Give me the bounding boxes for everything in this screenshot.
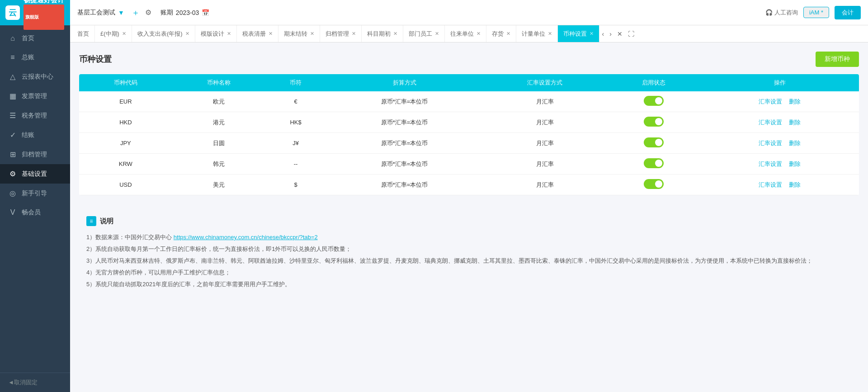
delete-link-3[interactable]: 删除 bbox=[789, 161, 801, 167]
tab-subjects-close-icon[interactable]: ✕ bbox=[393, 31, 397, 37]
table-row: KRW 韩元 -- 原币*汇率=本位币 月汇率 汇率设置 删除 bbox=[79, 154, 859, 175]
sidebar-item-home[interactable]: ⌂ 首页 bbox=[0, 29, 70, 48]
toggle-3[interactable] bbox=[644, 158, 664, 168]
delete-link-1[interactable]: 删除 bbox=[789, 119, 801, 126]
tab-unit-close-icon[interactable]: ✕ bbox=[548, 31, 552, 37]
cell-status-2[interactable] bbox=[607, 133, 700, 154]
tab-archive-close-icon[interactable]: ✕ bbox=[352, 31, 356, 37]
sidebar-item-basic[interactable]: ⚙ 基础设置 bbox=[0, 164, 70, 184]
sidebar-item-reports[interactable]: △ 云报表中心 bbox=[0, 67, 70, 86]
rate-setting-link-3[interactable]: 汇率设置 bbox=[759, 161, 782, 167]
tab-partner[interactable]: 往来单位 ✕ bbox=[445, 25, 486, 43]
sidebar-item-basic-label: 基础设置 bbox=[22, 170, 47, 178]
tab-expand-icon[interactable]: ⛶ bbox=[625, 30, 637, 38]
sidebar-item-archive[interactable]: ⊞ 归档管理 bbox=[0, 145, 70, 164]
help-button[interactable]: 🎧 人工咨询 bbox=[765, 9, 798, 17]
tab-home[interactable]: 首页 bbox=[72, 25, 95, 43]
tab-currency[interactable]: 币种设置 ✕ bbox=[558, 25, 599, 43]
tab-period[interactable]: £(中期) ✕ bbox=[95, 25, 132, 43]
sidebar-item-checkout[interactable]: ✓ 结账 bbox=[0, 125, 70, 145]
calendar-icon[interactable]: 📅 bbox=[202, 9, 209, 16]
new-currency-button[interactable]: 新增币种 bbox=[816, 52, 859, 67]
member-icon: V bbox=[8, 208, 17, 217]
cell-symbol-4: $ bbox=[265, 175, 326, 195]
notice-item: 2）系统自动获取每月第一个工作日的汇率标价，统一为直接标价法，即1外币可以兑换的… bbox=[86, 243, 852, 255]
tab-report-close-icon[interactable]: ✕ bbox=[185, 31, 189, 37]
rate-setting-link-0[interactable]: 汇率设置 bbox=[759, 98, 782, 105]
period-label: 账期 bbox=[160, 9, 173, 17]
sidebar-item-invoice[interactable]: ▦ 发票管理 bbox=[0, 86, 70, 106]
tab-archive[interactable]: 归档管理 ✕ bbox=[320, 25, 362, 43]
notice-section: ≡ 说明 1）数据来源：中国外汇交易中心 https://www.chinamo… bbox=[79, 209, 859, 298]
tab-currency-label: 币种设置 bbox=[563, 30, 587, 38]
tab-next-icon[interactable]: › bbox=[607, 30, 614, 38]
cell-status-0[interactable] bbox=[607, 91, 700, 112]
cell-status-1[interactable] bbox=[607, 112, 700, 133]
topbar: 基层工会测试 ▼ ＋ ⚙ 账期 2023-03 📅 🎧 人工咨询 iAM * 会… bbox=[70, 0, 868, 25]
role-button[interactable]: 会计 bbox=[835, 6, 861, 19]
toggle-2[interactable] bbox=[644, 137, 664, 147]
tab-department-close-icon[interactable]: ✕ bbox=[435, 31, 439, 37]
toggle-track-2 bbox=[644, 137, 664, 147]
cell-calc-0: 原币*汇率=本位币 bbox=[326, 91, 483, 112]
sidebar-item-ledger[interactable]: ≡ 总账 bbox=[0, 48, 70, 67]
tab-department[interactable]: 部门员工 ✕ bbox=[403, 25, 445, 43]
delete-link-4[interactable]: 删除 bbox=[789, 181, 801, 188]
cell-code-2: JPY bbox=[79, 133, 172, 154]
sidebar-item-tax[interactable]: ☰ 税务管理 bbox=[0, 106, 70, 125]
cell-code-1: HKD bbox=[79, 112, 172, 133]
settings-icon[interactable]: ⚙ bbox=[145, 8, 151, 17]
tab-unit[interactable]: 计量单位 ✕ bbox=[516, 25, 558, 43]
toggle-4[interactable] bbox=[644, 179, 664, 189]
tab-template[interactable]: 模版设计 ✕ bbox=[195, 25, 237, 43]
sidebar-item-guide[interactable]: ◎ 新手引导 bbox=[0, 184, 70, 203]
tab-tax[interactable]: 税表清册 ✕ bbox=[237, 25, 278, 43]
tab-period-end-close-icon[interactable]: ✕ bbox=[310, 31, 314, 37]
delete-link-0[interactable]: 删除 bbox=[789, 98, 801, 105]
invoice-icon: ▦ bbox=[8, 92, 17, 100]
toggle-1[interactable] bbox=[644, 117, 664, 127]
cell-rate-3: 月汇率 bbox=[482, 154, 607, 175]
notice-link[interactable]: https://www.chinamoney.com.cn/chinese/bk… bbox=[174, 234, 318, 241]
tab-subjects[interactable]: 科目期初 ✕ bbox=[362, 25, 403, 43]
delete-link-2[interactable]: 删除 bbox=[789, 140, 801, 146]
user-button[interactable]: iAM * bbox=[803, 7, 829, 18]
tab-currency-close-icon[interactable]: ✕ bbox=[590, 31, 594, 37]
cell-status-4[interactable] bbox=[607, 175, 700, 195]
tab-close-all-icon[interactable]: ✕ bbox=[614, 30, 625, 38]
sidebar-item-member[interactable]: V 畅会员 bbox=[0, 203, 70, 222]
tab-tax-close-icon[interactable]: ✕ bbox=[269, 31, 273, 37]
tab-tax-label: 税表清册 bbox=[242, 30, 266, 38]
period-value: 2023-03 bbox=[176, 9, 199, 16]
sidebar: 云 畅捷通好会计 旗舰版 ⌂ 首页 ≡ 总账 △ 云报表中心 ▦ 发票管理 ☰ … bbox=[0, 0, 70, 392]
tab-inventory[interactable]: 存货 ✕ bbox=[486, 25, 516, 43]
sidebar-item-member-label: 畅会员 bbox=[22, 208, 41, 217]
th-calc: 折算方式 bbox=[326, 74, 483, 91]
tab-period-close-icon[interactable]: ✕ bbox=[122, 31, 126, 37]
tab-partner-close-icon[interactable]: ✕ bbox=[476, 31, 481, 37]
tab-inventory-close-icon[interactable]: ✕ bbox=[506, 31, 510, 37]
add-project-icon[interactable]: ＋ bbox=[132, 7, 140, 18]
cell-status-3[interactable] bbox=[607, 154, 700, 175]
tab-inventory-label: 存货 bbox=[492, 30, 504, 38]
tab-period-end[interactable]: 期末结转 ✕ bbox=[278, 25, 320, 43]
notice-icon: ≡ bbox=[86, 216, 96, 226]
rate-setting-link-2[interactable]: 汇率设置 bbox=[759, 140, 782, 146]
rate-setting-link-1[interactable]: 汇率设置 bbox=[759, 119, 782, 126]
toggle-0[interactable] bbox=[644, 96, 664, 106]
tab-template-label: 模版设计 bbox=[201, 30, 224, 38]
toggle-thumb-4 bbox=[655, 180, 662, 188]
cell-name-4: 美元 bbox=[172, 175, 265, 195]
notice-item: 4）无官方牌价的币种，可以用用户手工维护汇率信息； bbox=[86, 267, 852, 279]
sidebar-footer-pin[interactable]: ◄取消固定 bbox=[0, 373, 70, 392]
project-selector[interactable]: 基层工会测试 ▼ bbox=[77, 9, 124, 17]
cell-rate-4: 月汇率 bbox=[482, 175, 607, 195]
tab-report[interactable]: 收入支出表(年报) ✕ bbox=[132, 25, 195, 43]
cell-symbol-2: J¥ bbox=[265, 133, 326, 154]
tab-prev-icon[interactable]: ‹ bbox=[599, 30, 607, 38]
tab-template-close-icon[interactable]: ✕ bbox=[227, 31, 231, 37]
toggle-thumb-2 bbox=[655, 139, 662, 146]
notice-item: 5）系统只能自动抓取2021年度后的汇率，之前年度汇率需要用用户手工维护。 bbox=[86, 279, 852, 290]
logo-title: 畅捷通好会计 bbox=[24, 0, 64, 5]
rate-setting-link-4[interactable]: 汇率设置 bbox=[759, 181, 782, 188]
